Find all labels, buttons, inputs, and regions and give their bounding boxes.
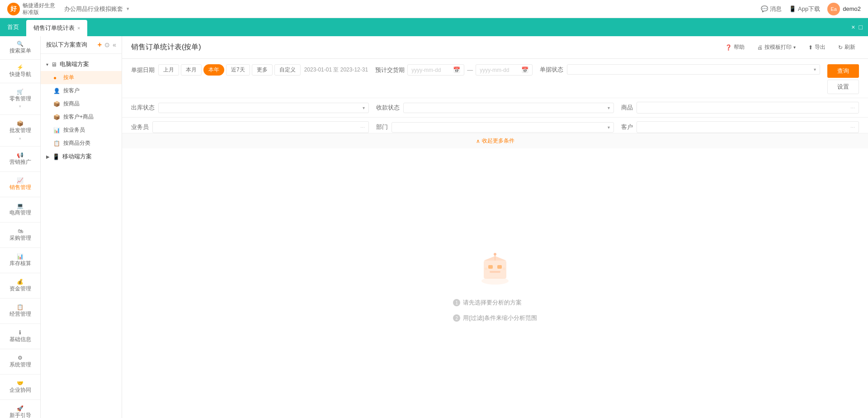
salesperson-input[interactable]: ··· [152, 121, 369, 133]
main-layout: 🔍 搜索菜单 ⚡ 快捷导航 🛒 零售管理 ▾ 📦 批发管理 ▴ 📢 营销推广 📈… [0, 36, 868, 418]
sidebar-item-marketing[interactable]: 📢 营销推广 [0, 147, 40, 172]
expected-date-start[interactable]: yyyy-mm-dd 📅 [407, 64, 464, 76]
tab-home[interactable]: 首页 [0, 18, 26, 36]
date-btn-this-year[interactable]: 本年 [203, 64, 224, 76]
sidebar-item-system[interactable]: ⚙ 系统管理 [0, 349, 40, 375]
sidebar-item-retail[interactable]: 🛒 零售管理 ▾ [0, 83, 40, 115]
tree-group-pc-header[interactable]: ▾ 🖥 电脑端方案 [41, 57, 122, 71]
help-button[interactable]: ❓ 帮助 [722, 42, 748, 53]
newbie-icon: 🚀 [4, 405, 37, 412]
message-icon: 💬 [761, 5, 768, 12]
tree-item-by-order[interactable]: ● 按单 [41, 71, 122, 84]
refresh-icon: ↻ [838, 44, 843, 51]
date-btn-this-month[interactable]: 本月 [181, 64, 202, 76]
top-bar-right: 💬 消息 📱 App下载 Ea demo2 [761, 3, 861, 15]
date-btn-more[interactable]: 更多 [252, 64, 273, 76]
add-scheme-button[interactable]: + [98, 41, 102, 49]
date-btn-last-month[interactable]: 上月 [158, 64, 179, 76]
user-name: demo2 [843, 5, 861, 12]
status-select[interactable]: ▾ [567, 64, 820, 75]
sidebar-item-basic[interactable]: ℹ 基础信息 [0, 324, 40, 349]
collapse-more-button[interactable]: ∧ 收起更多条件 [122, 133, 868, 148]
logo-icon: 好 [7, 3, 20, 15]
logo-area: 好 畅捷通好生意 标准版 [7, 2, 55, 15]
tree-item-by-salesperson[interactable]: 📊 按业务员 [41, 124, 122, 137]
refresh-button[interactable]: ↻ 刷新 [835, 42, 859, 53]
dept-select[interactable]: ▾ [392, 122, 614, 133]
inventory-icon: 📊 [4, 253, 37, 260]
expected-date-end[interactable]: yyyy-mm-dd 📅 [476, 64, 533, 76]
payment-status-label: 收款状态 [376, 104, 400, 112]
tab-bar: 首页 销售订单统计表 × × □ [0, 18, 868, 36]
sidebar-item-purchase[interactable]: 🛍 采购管理 [0, 223, 40, 248]
tab-maximize-icon[interactable]: □ [859, 24, 863, 31]
sidebar-item-operations[interactable]: 📋 经营管理 [0, 299, 40, 324]
filter-doc-status: 单据状态 ▾ [540, 64, 820, 75]
payment-status-select[interactable]: ▾ [403, 103, 614, 113]
sidebar-item-sales[interactable]: 📈 销售管理 [0, 172, 40, 197]
sidebar-item-ecommerce[interactable]: 💻 电商管理 [0, 197, 40, 223]
tab-active[interactable]: 销售订单统计表 × [26, 20, 87, 36]
left-panel: 按以下方案查询 + ⊙ « ▾ 🖥 电脑端方案 ● 按单 👤 [41, 36, 122, 418]
settings-scheme-button[interactable]: ⊙ [104, 41, 110, 48]
tree-item-by-order-label: 按单 [63, 74, 74, 81]
search-button[interactable]: 查询 [827, 64, 859, 78]
date-label: 单据日期 [131, 66, 155, 74]
mobile-group-label: 移动端方案 [62, 152, 92, 161]
tree-item-by-goods[interactable]: 📦 按商品 [41, 97, 122, 110]
by-customer-goods-icon: 📦 [53, 114, 60, 120]
out-status-select[interactable]: ▾ [158, 103, 369, 113]
empty-tip-2: 2 用[过滤]条件来缩小分析范围 [453, 314, 537, 322]
settings-button[interactable]: 设置 [827, 80, 859, 94]
goods-input[interactable]: ··· [637, 102, 859, 114]
sidebar-item-finance[interactable]: 💰 资金管理 [0, 273, 40, 299]
sidebar-item-wholesale[interactable]: 📦 批发管理 ▴ [0, 115, 40, 147]
system-icon: ⚙ [4, 355, 37, 361]
sidebar-quick-nav[interactable]: ⚡ 快捷导航 [0, 60, 40, 83]
sidebar-item-inventory[interactable]: 📊 库存核算 [0, 248, 40, 273]
sidebar-item-enterprise[interactable]: 🤝 企业协同 [0, 375, 40, 400]
app-download-button[interactable]: 📱 App下载 [789, 5, 820, 13]
out-status-label: 出库状态 [131, 104, 155, 112]
tree-item-by-customer[interactable]: 👤 按客户 [41, 84, 122, 97]
svg-point-8 [494, 253, 496, 256]
export-button[interactable]: ⬆ 导出 [805, 42, 829, 53]
help-icon: ❓ [725, 44, 732, 51]
message-button[interactable]: 💬 消息 [761, 5, 782, 13]
logo-text: 畅捷通好生意 标准版 [23, 2, 55, 15]
top-dropdown-icon[interactable]: ▾ [127, 6, 129, 12]
export-label: 导出 [815, 43, 826, 51]
tab-close-icon[interactable]: × [77, 25, 80, 31]
tree-item-by-goods-category[interactable]: 📋 按商品分类 [41, 137, 122, 150]
tree-item-by-customer-goods[interactable]: 📦 按客户+商品 [41, 110, 122, 124]
pc-group-icon: 🖥 [51, 61, 57, 68]
print-icon: 🖨 [757, 44, 763, 51]
cal-icon-start: 📅 [453, 66, 460, 73]
tab-minimize-icon[interactable]: × [851, 24, 855, 31]
svg-point-10 [503, 267, 505, 270]
filter-expected-date: 预计交货期 yyyy-mm-dd 📅 — yyyy-mm-dd 📅 [375, 64, 533, 76]
pc-group-label: 电脑端方案 [60, 60, 89, 68]
sidebar-search[interactable]: 🔍 搜索菜单 [0, 36, 40, 60]
collapse-panel-button[interactable]: « [113, 41, 116, 48]
print-button[interactable]: 🖨 按模板打印 ▾ [754, 42, 799, 53]
logo-line2: 标准版 [23, 9, 55, 15]
customer-input[interactable]: ··· [637, 121, 859, 133]
status-label: 单据状态 [540, 66, 563, 74]
tree-item-by-salesperson-label: 按业务员 [63, 126, 85, 134]
sidebar-item-newbie[interactable]: 🚀 新手引导 [0, 400, 40, 418]
date-btn-custom[interactable]: 自定义 [274, 64, 301, 76]
tab-home-label: 首页 [7, 23, 19, 31]
wholesale-icon: 📦 [4, 120, 37, 127]
tip-num-2: 2 [453, 314, 460, 322]
print-label: 按模板打印 [764, 43, 792, 51]
tree-item-by-customer-label: 按客户 [63, 87, 80, 95]
date-dash: — [467, 66, 473, 73]
filter-out-status: 出库状态 ▾ [131, 103, 369, 113]
page-header: 销售订单统计表(按单) ❓ 帮助 🖨 按模板打印 ▾ ⬆ 导出 ↻ 刷新 [122, 36, 868, 59]
tree-group-mobile-header[interactable]: ▶ 📱 移动端方案 [41, 150, 122, 163]
date-btn-7days[interactable]: 近7天 [226, 64, 250, 76]
payment-status-dropdown-icon: ▾ [608, 105, 610, 110]
sidebar-quick-nav-label: 快捷导航 [4, 71, 37, 78]
user-area[interactable]: Ea demo2 [827, 3, 861, 15]
